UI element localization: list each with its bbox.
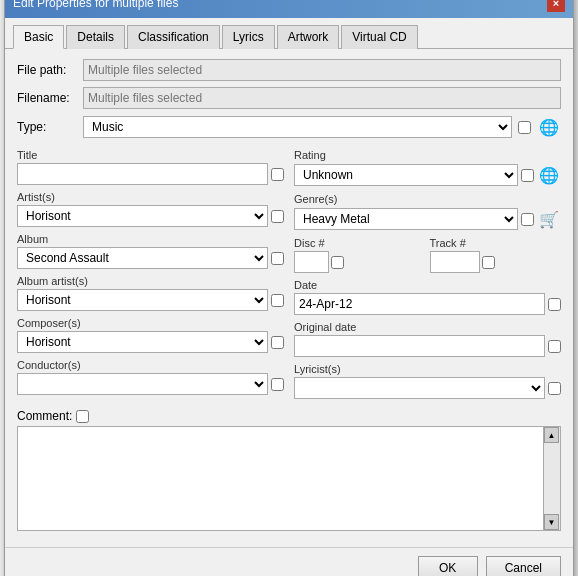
date-checkbox[interactable] <box>548 298 561 311</box>
scrollbar-up-button[interactable]: ▲ <box>544 427 559 443</box>
disc-input[interactable] <box>294 251 329 273</box>
original-date-input[interactable] <box>294 335 545 357</box>
original-date-row: Original date <box>294 321 561 357</box>
disc-track-row: Disc # Track # <box>294 237 561 273</box>
tab-classification[interactable]: Classification <box>127 25 220 49</box>
file-path-row: File path: <box>17 59 561 81</box>
genre-row: Genre(s) Heavy Metal 🛒 <box>294 193 561 231</box>
track-label: Track # <box>430 237 562 249</box>
date-input[interactable] <box>294 293 545 315</box>
comment-scroll-container: ▲ ▼ <box>17 426 561 531</box>
cancel-button[interactable]: Cancel <box>486 556 561 576</box>
dialog-footer: OK Cancel <box>5 547 573 576</box>
rating-label: Rating <box>294 149 561 161</box>
rating-select[interactable]: Unknown <box>294 164 518 186</box>
tab-virtual-cd[interactable]: Virtual CD <box>341 25 417 49</box>
album-artist-select[interactable]: Horisont <box>17 289 268 311</box>
close-button[interactable]: × <box>547 0 565 12</box>
tab-details[interactable]: Details <box>66 25 125 49</box>
file-path-input <box>83 59 561 81</box>
lyricist-row: Lyricist(s) <box>294 363 561 399</box>
type-icon-button[interactable]: 🌐 <box>537 115 561 139</box>
scrollbar-track <box>544 443 560 514</box>
composer-label: Composer(s) <box>17 317 284 329</box>
album-artist-row: Album artist(s) Horisont <box>17 275 284 311</box>
album-select[interactable]: Second Assault <box>17 247 268 269</box>
genre-label: Genre(s) <box>294 193 561 205</box>
scrollbar: ▲ ▼ <box>543 427 560 530</box>
artist-label: Artist(s) <box>17 191 284 203</box>
conductor-row: Conductor(s) <box>17 359 284 395</box>
tab-basic[interactable]: Basic <box>13 25 64 49</box>
title-input[interactable] <box>17 163 268 185</box>
artist-row: Artist(s) Horisont <box>17 191 284 227</box>
date-label: Date <box>294 279 561 291</box>
filename-input <box>83 87 561 109</box>
file-path-label: File path: <box>17 63 77 77</box>
scrollbar-down-button[interactable]: ▼ <box>544 514 559 530</box>
disc-label: Disc # <box>294 237 426 249</box>
date-row: Date <box>294 279 561 315</box>
album-row: Album Second Assault <box>17 233 284 269</box>
tab-lyrics[interactable]: Lyrics <box>222 25 275 49</box>
album-checkbox[interactable] <box>271 252 284 265</box>
genre-cart-button[interactable]: 🛒 <box>537 207 561 231</box>
type-label: Type: <box>17 120 77 134</box>
composer-row: Composer(s) Horisont <box>17 317 284 353</box>
album-label: Album <box>17 233 284 245</box>
filename-row: Filename: <box>17 87 561 109</box>
title-row: Title <box>17 149 284 185</box>
track-input[interactable] <box>430 251 480 273</box>
artist-checkbox[interactable] <box>271 210 284 223</box>
rating-globe-button[interactable]: 🌐 <box>537 163 561 187</box>
lyricist-label: Lyricist(s) <box>294 363 561 375</box>
genre-checkbox[interactable] <box>521 213 534 226</box>
conductor-label: Conductor(s) <box>17 359 284 371</box>
tab-artwork[interactable]: Artwork <box>277 25 340 49</box>
filename-label: Filename: <box>17 91 77 105</box>
tab-bar: Basic Details Classification Lyrics Artw… <box>5 18 573 49</box>
original-date-checkbox[interactable] <box>548 340 561 353</box>
tab-content: File path: Filename: Type: Music 🌐 <box>5 49 573 547</box>
type-row: Type: Music 🌐 <box>17 115 561 139</box>
two-col-section: Title Artist(s) Horisont <box>17 149 561 405</box>
ok-button[interactable]: OK <box>418 556 478 576</box>
original-date-label: Original date <box>294 321 561 333</box>
comment-checkbox[interactable] <box>76 410 89 423</box>
lyricist-select[interactable] <box>294 377 545 399</box>
right-col: Rating Unknown 🌐 Genre(s) Heavy Metal <box>294 149 561 405</box>
dialog: Edit Properties for multiple files × Bas… <box>4 0 574 576</box>
disc-checkbox[interactable] <box>331 256 344 269</box>
dialog-title: Edit Properties for multiple files <box>13 0 178 10</box>
title-bar: Edit Properties for multiple files × <box>5 0 573 18</box>
left-col: Title Artist(s) Horisont <box>17 149 284 405</box>
type-checkbox[interactable] <box>518 121 531 134</box>
composer-checkbox[interactable] <box>271 336 284 349</box>
conductor-select[interactable] <box>17 373 268 395</box>
comment-row: Comment: ▲ ▼ <box>17 409 561 531</box>
rating-checkbox[interactable] <box>521 169 534 182</box>
title-label: Title <box>17 149 284 161</box>
genre-select[interactable]: Heavy Metal <box>294 208 518 230</box>
conductor-checkbox[interactable] <box>271 378 284 391</box>
title-checkbox[interactable] <box>271 168 284 181</box>
lyricist-checkbox[interactable] <box>548 382 561 395</box>
comment-label: Comment: <box>17 409 72 423</box>
type-select[interactable]: Music <box>83 116 512 138</box>
track-checkbox[interactable] <box>482 256 495 269</box>
artist-select[interactable]: Horisont <box>17 205 268 227</box>
album-artist-label: Album artist(s) <box>17 275 284 287</box>
comment-textarea[interactable] <box>18 427 543 527</box>
rating-row: Rating Unknown 🌐 <box>294 149 561 187</box>
album-artist-checkbox[interactable] <box>271 294 284 307</box>
composer-select[interactable]: Horisont <box>17 331 268 353</box>
